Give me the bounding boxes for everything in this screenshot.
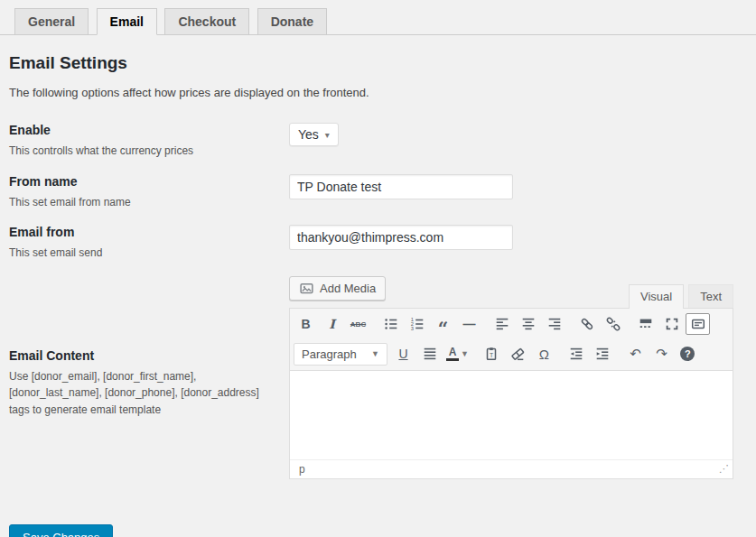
align-right-button[interactable] — [542, 313, 566, 335]
save-changes-button[interactable]: Save Changes — [9, 524, 113, 537]
visual-tab[interactable]: Visual — [629, 284, 684, 309]
indent-button[interactable] — [591, 343, 615, 365]
chevron-down-icon: ▼ — [371, 349, 379, 358]
email-content-label: Email Content — [9, 348, 280, 363]
toolbar-row-2: Paragraph ▼ U A — [293, 339, 730, 369]
link-icon — [579, 316, 595, 332]
settings-tab-bar: General Email Checkout Donate — [0, 0, 756, 35]
from-name-row: From name This set email from name — [9, 174, 738, 211]
align-center-button[interactable] — [516, 313, 540, 335]
editor-status-bar: p ⋰ — [290, 459, 733, 478]
unlink-button[interactable] — [601, 313, 625, 335]
paste-as-text-button[interactable]: T — [480, 343, 504, 365]
bulleted-list-button[interactable] — [378, 313, 403, 335]
paragraph-format-select[interactable]: Paragraph ▼ — [294, 343, 387, 366]
align-left-button[interactable] — [490, 313, 514, 335]
unlink-icon — [605, 316, 621, 332]
email-from-description: This set email send — [9, 245, 280, 262]
outdent-button[interactable] — [565, 343, 589, 365]
from-name-description: This set email from name — [9, 194, 280, 211]
insert-more-tag-button[interactable] — [633, 313, 658, 335]
svg-text:3: 3 — [410, 326, 413, 331]
bold-icon: B — [301, 317, 310, 331]
text-color-button[interactable]: A ▼ — [443, 343, 471, 365]
blockquote-icon: “ — [438, 317, 449, 331]
fullscreen-button[interactable] — [659, 313, 684, 335]
from-name-input[interactable] — [289, 174, 513, 199]
redo-button[interactable]: ↷ — [649, 343, 674, 365]
strikethrough-icon: ABC — [350, 320, 366, 329]
paste-as-text-icon: T — [483, 346, 499, 362]
text-tab[interactable]: Text — [688, 284, 733, 308]
align-left-icon — [494, 316, 510, 332]
email-from-label: Email from — [9, 225, 280, 239]
justify-button[interactable] — [417, 343, 442, 365]
tab-email[interactable]: Email — [97, 8, 157, 35]
enable-description: This controlls what the currency prices — [9, 143, 280, 160]
justify-icon — [422, 346, 438, 362]
enable-label: Enable — [9, 123, 280, 137]
editor-content-area[interactable] — [290, 371, 733, 459]
tab-general[interactable]: General — [14, 8, 89, 35]
add-media-label: Add Media — [320, 282, 376, 295]
chevron-down-icon: ▼ — [461, 349, 469, 358]
underline-icon: U — [398, 347, 407, 361]
page-title: Email Settings — [9, 53, 738, 73]
italic-button[interactable]: I — [320, 313, 344, 335]
paragraph-format-value: Paragraph — [302, 347, 357, 361]
numbered-list-button[interactable]: 123 — [405, 313, 429, 335]
editor-mode-tabs: Visual Text — [624, 284, 733, 308]
horizontal-rule-button[interactable]: — — [457, 313, 481, 335]
resize-grip-icon[interactable]: ⋰ — [719, 464, 729, 474]
tab-donate[interactable]: Donate — [257, 8, 327, 35]
email-content-description: Use [donor_email], [donor_first_name], [… — [9, 368, 280, 419]
special-character-icon: Ω — [539, 347, 549, 362]
align-center-icon — [520, 316, 537, 332]
strikethrough-button[interactable]: ABC — [346, 313, 370, 335]
undo-button[interactable]: ↶ — [623, 343, 648, 365]
undo-icon: ↶ — [630, 346, 641, 362]
add-media-icon — [299, 281, 314, 296]
indent-icon — [594, 346, 611, 362]
horizontal-rule-icon: — — [463, 317, 476, 331]
bulleted-list-icon — [383, 316, 399, 332]
chevron-down-icon: ▾ — [325, 130, 330, 140]
bold-button[interactable]: B — [294, 313, 318, 335]
clear-formatting-button[interactable] — [506, 343, 530, 365]
editor-frame: B I ABC — [289, 308, 733, 479]
toolbar-row-1: B I ABC — [293, 310, 730, 339]
settings-content: Email Settings The following options aff… — [0, 53, 756, 537]
enable-select[interactable]: Yes ▾ — [289, 123, 339, 146]
clear-formatting-icon — [509, 346, 526, 362]
toolbar-toggle-icon — [690, 316, 706, 332]
email-content-row: Email Content Use [donor_email], [donor_… — [9, 276, 738, 479]
toolbar-toggle-button[interactable] — [686, 313, 710, 335]
enable-row: Enable This controlls what the currency … — [9, 123, 738, 160]
numbered-list-icon: 123 — [409, 316, 425, 332]
svg-text:T: T — [490, 352, 493, 358]
help-button[interactable]: ? — [676, 343, 700, 365]
fullscreen-icon — [664, 316, 680, 332]
page-subtitle: The following options affect how prices … — [9, 86, 738, 99]
from-name-label: From name — [9, 174, 280, 189]
redo-icon: ↷ — [656, 346, 667, 362]
email-content-editor: Add Media Visual Text B I — [289, 276, 733, 479]
italic-icon: I — [329, 317, 335, 331]
email-from-row: Email from This set email send — [9, 225, 738, 262]
help-icon: ? — [680, 347, 695, 361]
underline-button[interactable]: U — [391, 343, 415, 365]
editor-toolbar: B I ABC — [290, 309, 733, 371]
link-button[interactable] — [574, 313, 599, 335]
align-right-icon — [546, 316, 563, 332]
tab-checkout[interactable]: Checkout — [164, 8, 249, 35]
blockquote-button[interactable]: “ — [431, 313, 455, 335]
outdent-icon — [568, 346, 584, 362]
editor-element-path: p — [299, 463, 305, 476]
special-character-button[interactable]: Ω — [532, 343, 556, 365]
add-media-button[interactable]: Add Media — [289, 276, 386, 301]
enable-select-value: Yes — [298, 127, 319, 142]
email-from-input[interactable] — [289, 225, 513, 250]
insert-more-tag-icon — [638, 316, 654, 332]
text-color-icon: A — [446, 347, 459, 361]
